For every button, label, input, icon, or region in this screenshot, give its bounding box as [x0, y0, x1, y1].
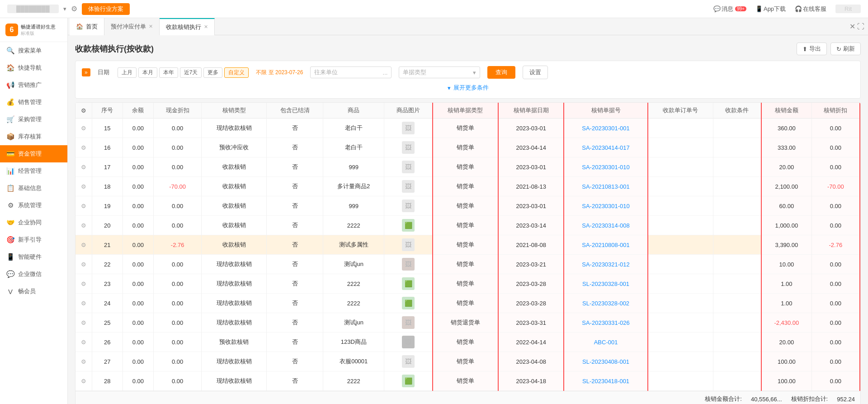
enterprise-label: 企业协同 — [18, 219, 42, 227]
maximize-icon[interactable]: ⛶ — [857, 23, 864, 31]
cell-bill-no[interactable]: SL-20230418-001 — [564, 371, 647, 391]
marketing-label: 营销推广 — [18, 81, 42, 89]
cell-settings[interactable]: ⚙ — [75, 196, 92, 216]
cell-bill-no[interactable]: SA-20230301-010 — [564, 157, 647, 177]
cell-settings[interactable]: ⚙ — [75, 157, 92, 177]
tab-home[interactable]: 🏠 首页 — [70, 18, 104, 35]
settings-btn[interactable]: 设置 — [523, 66, 548, 79]
cell-receipt-order-no — [648, 313, 713, 333]
cell-bill-no[interactable]: SA-20230321-012 — [564, 255, 647, 274]
cell-bill-type: 销货单 — [433, 138, 498, 157]
online-service-btn[interactable]: 🎧 在线客服 — [795, 5, 826, 13]
cell-bill-no[interactable]: SA-20230314-008 — [564, 216, 647, 235]
cell-settings[interactable]: ⚙ — [75, 352, 92, 371]
cell-product-img: 🖼 — [384, 255, 433, 274]
cell-cancel-type: 收款核销 — [202, 157, 267, 177]
cell-settings[interactable]: ⚙ — [75, 119, 92, 138]
export-btn[interactable]: ⬆ 导出 — [797, 43, 827, 55]
main-layout: 6 畅捷通谱好生意 标准版 🔍搜索菜单🏠快捷导航📢营销推广💰销售管理🛒采购管理📦… — [0, 18, 868, 404]
date-more[interactable]: 更多 — [203, 67, 222, 78]
col-settings[interactable]: ⚙ — [75, 103, 92, 119]
app-download-btn[interactable]: 📱 App下载 — [755, 5, 786, 13]
tab-advance-close[interactable]: ✕ — [149, 24, 153, 29]
sidebar-item-search[interactable]: 🔍搜索菜单 — [0, 42, 67, 59]
query-btn[interactable]: 查询 — [487, 66, 515, 79]
settings-gear-icon[interactable]: ⚙ — [71, 5, 77, 13]
cell-bill-no[interactable]: SL-20230408-001 — [564, 352, 647, 371]
cell-bill-type: 销货单 — [433, 235, 498, 255]
sidebar-item-wechat[interactable]: 💬企业微信 — [0, 266, 67, 283]
cell-bill-no[interactable]: SL-20230328-002 — [564, 294, 647, 313]
date-last-7days[interactable]: 近7天 — [180, 67, 202, 78]
sidebar-item-basic[interactable]: 📋基础信息 — [0, 180, 67, 197]
cell-settings[interactable]: ⚙ — [75, 255, 92, 274]
industry-btn[interactable]: 体验行业方案 — [82, 3, 130, 15]
sidebar-item-smart-hw[interactable]: 📱智能硬件 — [0, 248, 67, 266]
sidebar: 6 畅捷通谱好生意 标准版 🔍搜索菜单🏠快捷导航📢营销推广💰销售管理🛒采购管理📦… — [0, 18, 68, 404]
sidebar-item-enterprise[interactable]: 🤝企业协同 — [0, 214, 67, 231]
sidebar-item-purchase[interactable]: 🛒采购管理 — [0, 111, 67, 128]
bill-type-select[interactable]: 单据类型 ▾ — [399, 67, 480, 78]
content-area: 🏠 首页 预付冲应付单 ✕ 收款核销执行 ✕ ✕ ⛶ 收款核销执行(按收款) — [68, 18, 868, 404]
cell-cancel-amount: 1.00 — [761, 294, 811, 313]
cell-settings[interactable]: ⚙ — [75, 177, 92, 196]
cell-bill-date: 2023-03-14 — [498, 216, 564, 235]
cell-settings[interactable]: ⚙ — [75, 274, 92, 294]
date-this-month[interactable]: 本月 — [138, 67, 157, 78]
cell-include-settled: 否 — [267, 157, 323, 177]
date-this-year[interactable]: 本年 — [159, 67, 178, 78]
cell-settings[interactable]: ⚙ — [75, 294, 92, 313]
cell-bill-date: 2023-04-18 — [498, 371, 564, 391]
sidebar-item-member[interactable]: V畅会员 — [0, 283, 67, 300]
cell-settings[interactable]: ⚙ — [75, 333, 92, 352]
cell-bill-no[interactable]: SA-20210808-001 — [564, 235, 647, 255]
cell-bill-type: 销货单 — [433, 352, 498, 371]
sidebar-item-newbie[interactable]: 🎯新手引导 — [0, 231, 67, 248]
date-last-month[interactable]: 上月 — [118, 67, 137, 78]
cell-cash-discount: 0.00 — [154, 119, 202, 138]
sidebar-item-finance[interactable]: 💳资金管理 — [0, 145, 67, 162]
message-btn[interactable]: 💬 消息 99+ — [713, 5, 746, 13]
cell-bill-no[interactable]: SA-20230414-017 — [564, 138, 647, 157]
sidebar-item-operations[interactable]: 📊经营管理 — [0, 162, 67, 180]
table-row: ⚙ 28 0.00 0.00 现结收款核销 否 2222 🟩 销货单 2023-… — [75, 371, 860, 391]
from-unit-field[interactable]: 往来单位 ... — [310, 67, 392, 78]
cell-receipt-condition — [713, 352, 761, 371]
refresh-btn[interactable]: ↻ 刷新 — [830, 43, 861, 55]
tab-collection-close[interactable]: ✕ — [204, 24, 208, 30]
filter-expand-arrow[interactable]: » — [82, 68, 90, 76]
cell-bill-no[interactable]: SA-20230301-001 — [564, 119, 647, 138]
cell-bill-no[interactable]: SL-20230328-001 — [564, 274, 647, 294]
message-badge: 99+ — [735, 6, 746, 11]
tab-advance[interactable]: 预付冲应付单 ✕ — [104, 18, 160, 35]
cell-cancel-type: 收款核销 — [202, 216, 267, 235]
sidebar-item-quick-nav[interactable]: 🏠快捷导航 — [0, 59, 67, 76]
date-custom[interactable]: 自定义 — [224, 67, 249, 78]
expand-more-btn[interactable]: ▾ 展开更多条件 — [82, 82, 854, 94]
cell-cash-discount: 0.00 — [154, 138, 202, 157]
sidebar-item-system[interactable]: ⚙系统管理 — [0, 197, 67, 214]
cell-bill-no[interactable]: SA-20210813-001 — [564, 177, 647, 196]
smart-hw-label: 智能硬件 — [18, 253, 42, 261]
cell-bill-no[interactable]: SA-20230331-026 — [564, 313, 647, 333]
sidebar-item-sales[interactable]: 💰销售管理 — [0, 94, 67, 111]
tab-collection[interactable]: 收款核销执行 ✕ — [160, 18, 215, 35]
cell-cancel-discount: 0.00 — [811, 119, 860, 138]
cell-settings[interactable]: ⚙ — [75, 313, 92, 333]
cell-settings[interactable]: ⚙ — [75, 371, 92, 391]
cell-settings[interactable]: ⚙ — [75, 138, 92, 157]
cell-settings[interactable]: ⚙ — [75, 216, 92, 235]
dropdown-arrow-icon[interactable]: ▾ — [63, 5, 66, 12]
enterprise-icon: 🤝 — [6, 219, 14, 227]
sidebar-item-inventory[interactable]: 📦库存核算 — [0, 128, 67, 145]
sidebar-item-marketing[interactable]: 📢营销推广 — [0, 76, 67, 94]
cell-bill-no[interactable]: SA-20230301-010 — [564, 196, 647, 216]
cell-product-img: 🖼 — [384, 352, 433, 371]
data-table: ⚙ 序号 余额 现金折扣 核销类型 包含已结清 商品 商品图片 核销单据类型 核… — [75, 103, 860, 391]
cell-seq: 24 — [92, 294, 123, 313]
cell-settings[interactable]: ⚙ — [75, 235, 92, 255]
cell-bill-no[interactable]: ABC-001 — [564, 333, 647, 352]
cell-cancel-type: 现结收款核销 — [202, 119, 267, 138]
close-all-icon[interactable]: ✕ — [849, 22, 855, 31]
quick-nav-icon: 🏠 — [6, 64, 14, 72]
